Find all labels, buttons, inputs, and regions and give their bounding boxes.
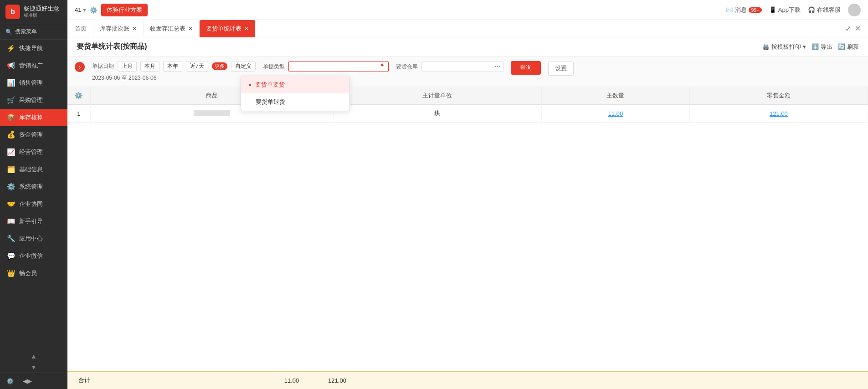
online-service-label: 在线客服 <box>817 6 841 14</box>
row-amount[interactable]: 121.00 <box>689 105 868 123</box>
export-btn[interactable]: ⬇️ 导出 <box>812 43 832 51</box>
edition-label: 标准版 <box>24 12 59 19</box>
tab-summary[interactable]: 收发存汇总表 ✕ <box>144 20 200 37</box>
sidebar-scroll-up[interactable]: ▲ <box>0 351 67 362</box>
warehouse-more-btn[interactable]: ··· <box>494 62 500 71</box>
sidebar-item-app-center[interactable]: 🔧 应用中心 <box>0 230 67 247</box>
service-icon: 🎧 <box>808 6 815 13</box>
inventory-label: 库存核算 <box>19 113 43 122</box>
sidebar-item-purchase[interactable]: 🛒 采购管理 <box>0 92 67 109</box>
query-btn[interactable]: 查询 <box>511 61 541 75</box>
trial-btn[interactable]: 体验行业方案 <box>101 4 148 16</box>
setting-btn[interactable]: 设置 <box>548 61 574 76</box>
table-footer: 合计 11.00 121.00 <box>67 371 868 389</box>
operation-label: 经营管理 <box>19 148 43 156</box>
tab-summary-close[interactable]: ✕ <box>188 26 193 32</box>
main-content: 41 ▾ ⚙️ 体验行业方案 ✉️ 消息 99+ 📱 App下载 🎧 在线客服 <box>67 0 868 389</box>
sidebar-item-sales[interactable]: 📊 销售管理 <box>0 74 67 92</box>
print-icon: 🖨️ <box>762 43 770 50</box>
operation-icon: 📈 <box>6 148 15 156</box>
type-filter-label: 单据类型 <box>263 63 285 71</box>
date-custom-btn[interactable]: 自定义 <box>231 61 256 72</box>
messages-btn[interactable]: ✉️ 消息 99+ <box>726 6 762 14</box>
cooperation-icon: 🤝 <box>6 200 15 208</box>
sidebar-search-menu[interactable]: 🔍 搜索菜单 <box>0 24 67 40</box>
page-header: 要货单统计表(按商品) 🖨️ 按模板打印 ▾ ⬇️ 导出 🔄 刷新 <box>67 37 868 56</box>
filter-bar: › 单据日期 上月 本月 本年 近7天 更多 自定义 2023-05-06 至 … <box>67 56 868 87</box>
sidebar-footer: ⚙️ ◀▶ <box>0 373 67 389</box>
tab-summary-label: 收发存汇总表 <box>150 25 185 33</box>
data-table: ⚙️ 商品 主计量单位 主数量 零售金额 1 块 <box>67 87 868 123</box>
type-filter-input[interactable] <box>288 61 389 72</box>
dropdown-item-1[interactable]: ● 要货单退货 <box>241 93 349 111</box>
online-service-btn[interactable]: 🎧 在线客服 <box>808 6 841 14</box>
marketing-icon: 📢 <box>6 61 15 70</box>
tab-home[interactable]: 首页 <box>75 20 93 37</box>
sidebar-item-basic-info[interactable]: 🗂️ 基础信息 <box>0 161 67 178</box>
warehouse-filter-input[interactable] <box>421 61 503 72</box>
purchase-icon: 🛒 <box>6 96 15 104</box>
tab-inventory-batch-label: 库存批次账 <box>100 25 129 33</box>
quantity-link[interactable]: 11.00 <box>608 110 623 117</box>
search-icon: 🔍 <box>5 29 12 35</box>
date-btn-last-month[interactable]: 上月 <box>118 61 137 72</box>
tab-order-stats[interactable]: 要货单统计表 ✕ <box>200 20 256 37</box>
sidebar-item-operation[interactable]: 📈 经营管理 <box>0 143 67 161</box>
dropdown-item-1-label: 要货单退货 <box>256 98 285 106</box>
sidebar-item-finance[interactable]: 💰 资金管理 <box>0 126 67 143</box>
sidebar-item-cooperation[interactable]: 🤝 企业协同 <box>0 195 67 213</box>
date-btn-this-year[interactable]: 本年 <box>163 61 182 72</box>
collapse-icon[interactable]: ◀▶ <box>23 378 32 384</box>
sidebar-item-inventory[interactable]: 📦 库存核算 <box>0 109 67 126</box>
page-content: 要货单统计表(按商品) 🖨️ 按模板打印 ▾ ⬇️ 导出 🔄 刷新 › <box>67 37 868 389</box>
sidebar-item-marketing[interactable]: 📢 营销推广 <box>0 57 67 74</box>
basic-info-label: 基础信息 <box>19 165 43 174</box>
date-btn-last-7-days[interactable]: 近7天 <box>186 61 208 72</box>
tab-home-label: 首页 <box>75 25 87 33</box>
dropdown-item-0[interactable]: ● 要货单要货 <box>241 76 349 93</box>
topbar-right: ✉️ 消息 99+ 📱 App下载 🎧 在线客服 <box>726 4 861 16</box>
tab-order-stats-close[interactable]: ✕ <box>244 26 249 32</box>
tabs-close-all-icon[interactable]: ✕ <box>855 24 861 33</box>
topbar-gear-icon[interactable]: ⚙️ <box>90 6 98 14</box>
date-range-display: 2023-05-06 至 2023-06-06 <box>92 74 156 82</box>
table-row: 1 块 11.00 121.00 <box>67 105 868 123</box>
wechat-label: 企业微信 <box>19 252 43 260</box>
check-icon-1: ● <box>248 99 252 106</box>
column-settings-icon[interactable]: ⚙️ <box>74 92 83 99</box>
row-unit: 块 <box>333 105 541 123</box>
refresh-btn[interactable]: 🔄 刷新 <box>838 43 859 51</box>
amount-link[interactable]: 121.00 <box>770 110 788 117</box>
system-icon: ⚙️ <box>6 183 15 191</box>
tab-inventory-batch[interactable]: 库存批次账 ✕ <box>93 20 144 37</box>
sidebar-item-guide[interactable]: 📖 新手引导 <box>0 213 67 230</box>
sidebar-item-wechat[interactable]: 💬 企业微信 <box>0 247 67 265</box>
sidebar-item-system[interactable]: ⚙️ 系统管理 <box>0 178 67 195</box>
sales-icon: 📊 <box>6 79 15 87</box>
member-label: 畅会员 <box>19 269 37 277</box>
company-selector[interactable]: 41 ▾ <box>75 6 86 13</box>
settings-icon[interactable]: ⚙️ <box>6 378 14 384</box>
guide-icon: 📖 <box>6 217 15 225</box>
check-icon-0: ● <box>248 82 252 88</box>
sidebar-logo: b 畅捷通好生意 标准版 <box>0 0 67 24</box>
sidebar-item-member[interactable]: 👑 畅会员 <box>0 265 67 282</box>
page-actions: 🖨️ 按模板打印 ▾ ⬇️ 导出 🔄 刷新 <box>762 43 859 51</box>
date-filter-group: 单据日期 上月 本月 本年 近7天 更多 自定义 2023-05-06 至 20… <box>92 61 256 82</box>
row-quantity[interactable]: 11.00 <box>541 105 689 123</box>
tab-inventory-batch-close[interactable]: ✕ <box>132 26 137 32</box>
tabs-maximize-icon[interactable]: ⤢ <box>845 24 851 33</box>
user-avatar[interactable] <box>848 4 861 16</box>
date-btn-this-month[interactable]: 本月 <box>140 61 159 72</box>
row-index: 1 <box>67 105 90 123</box>
finance-label: 资金管理 <box>19 131 43 139</box>
th-amount: 零售金额 <box>689 87 868 105</box>
sales-label: 销售管理 <box>19 79 43 87</box>
app-download-btn[interactable]: 📱 App下载 <box>769 6 801 14</box>
print-btn[interactable]: 🖨️ 按模板打印 ▾ <box>762 43 806 51</box>
sidebar-scroll-down[interactable]: ▼ <box>0 362 67 373</box>
filter-expand-btn[interactable]: › <box>75 62 85 72</box>
sidebar-item-quick-nav[interactable]: ⚡ 快捷导航 <box>0 40 67 57</box>
date-more-tag[interactable]: 更多 <box>212 62 227 70</box>
type-filter-arrow[interactable]: ▲ <box>380 61 385 67</box>
